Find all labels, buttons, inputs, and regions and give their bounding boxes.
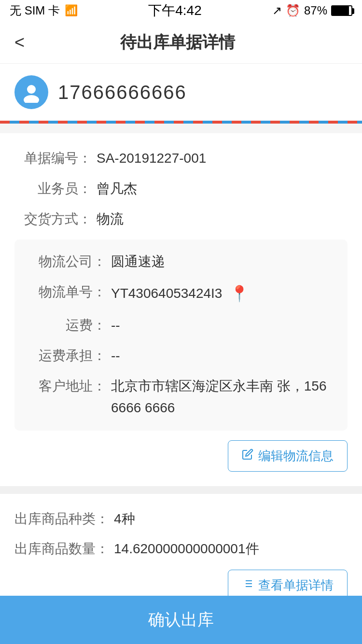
nav-bar: < 待出库单据详情 [0, 21, 362, 64]
time-display: 下午4:42 [148, 1, 202, 20]
wifi-icon: 📶 [65, 4, 78, 17]
svg-point-0 [27, 85, 36, 94]
address-label: 客户地址： [29, 376, 106, 397]
stock-quantity-label: 出库商品数量： [14, 538, 109, 560]
alarm-icon: ⏰ [286, 4, 300, 17]
logistics-info-card: 物流公司： 圆通速递 物流单号： YT43064053424I3 📍 运费： -… [14, 239, 348, 430]
edit-logistics-label: 编辑物流信息 [258, 448, 334, 464]
address-value: 北京市市辖区海淀区永丰南 张，156 6666 6666 [111, 376, 333, 419]
status-right: ↗ ⏰ 87% [272, 4, 352, 17]
edit-logistics-container: 编辑物流信息 [14, 440, 348, 472]
edit-logistics-button[interactable]: 编辑物流信息 [228, 440, 348, 472]
stock-quantity-row: 出库商品数量： 14.620000000000001件 [14, 538, 348, 560]
document-number-row: 单据编号： SA-20191227-001 [14, 148, 348, 169]
location-pin-icon[interactable]: 📍 [230, 281, 249, 306]
confirm-bar[interactable]: 确认出库 [0, 596, 362, 644]
freight-bear-row: 运费承担： -- [29, 345, 333, 367]
carrier-text: 无 SIM 卡 [10, 3, 60, 18]
avatar [14, 75, 48, 109]
status-bar: 无 SIM 卡 📶 下午4:42 ↗ ⏰ 87% [0, 0, 362, 21]
battery-icon [331, 5, 352, 16]
tracking-number-row: 物流单号： YT43064053424I3 📍 [29, 281, 333, 306]
delivery-method-label: 交货方式： [14, 209, 92, 230]
delivery-method-value: 物流 [97, 209, 348, 230]
stock-type-value: 4种 [114, 508, 348, 530]
view-detail-label: 查看单据详情 [258, 577, 334, 594]
phone-number: 17666666666 [58, 82, 187, 103]
stock-type-label: 出库商品种类： [14, 508, 109, 530]
section-divider [0, 486, 362, 494]
tracking-number-value: YT43064053424I3 📍 [111, 281, 333, 306]
location-icon: ↗ [272, 4, 282, 17]
delivery-method-row: 交货方式： 物流 [14, 209, 348, 230]
status-left: 无 SIM 卡 📶 [10, 3, 78, 18]
freight-bear-label: 运费承担： [29, 345, 106, 367]
document-number-value: SA-20191227-001 [97, 148, 348, 169]
stock-info-section: 出库商品种类： 4种 出库商品数量： 14.620000000000001件 [0, 494, 362, 611]
sales-person-row: 业务员： 曾凡杰 [14, 178, 348, 200]
order-info-section: 单据编号： SA-20191227-001 业务员： 曾凡杰 交货方式： 物流 … [0, 133, 362, 486]
address-row: 客户地址： 北京市市辖区海淀区永丰南 张，156 6666 6666 [29, 376, 333, 419]
logistics-company-label: 物流公司： [29, 251, 106, 273]
document-number-label: 单据编号： [14, 148, 92, 169]
back-button[interactable]: < [14, 32, 25, 53]
dashed-separator [0, 121, 362, 124]
svg-point-1 [24, 95, 39, 103]
sales-person-label: 业务员： [14, 178, 92, 200]
edit-icon [242, 448, 253, 463]
tracking-text: YT43064053424I3 [111, 283, 222, 305]
list-icon [242, 578, 253, 593]
battery-text: 87% [304, 4, 327, 17]
logistics-company-row: 物流公司： 圆通速递 [29, 251, 333, 273]
sales-person-value: 曾凡杰 [97, 178, 348, 200]
freight-value: -- [111, 315, 333, 336]
freight-label: 运费： [29, 315, 106, 336]
freight-bear-value: -- [111, 345, 333, 367]
page-title: 待出库单据详情 [34, 31, 320, 54]
logistics-company-value: 圆通速递 [111, 251, 333, 273]
confirm-label: 确认出库 [148, 609, 214, 631]
stock-quantity-value: 14.620000000000001件 [114, 538, 348, 560]
tracking-number-label: 物流单号： [29, 281, 106, 303]
freight-row: 运费： -- [29, 315, 333, 336]
stock-type-row: 出库商品种类： 4种 [14, 508, 348, 530]
user-header: 17666666666 [0, 64, 362, 121]
